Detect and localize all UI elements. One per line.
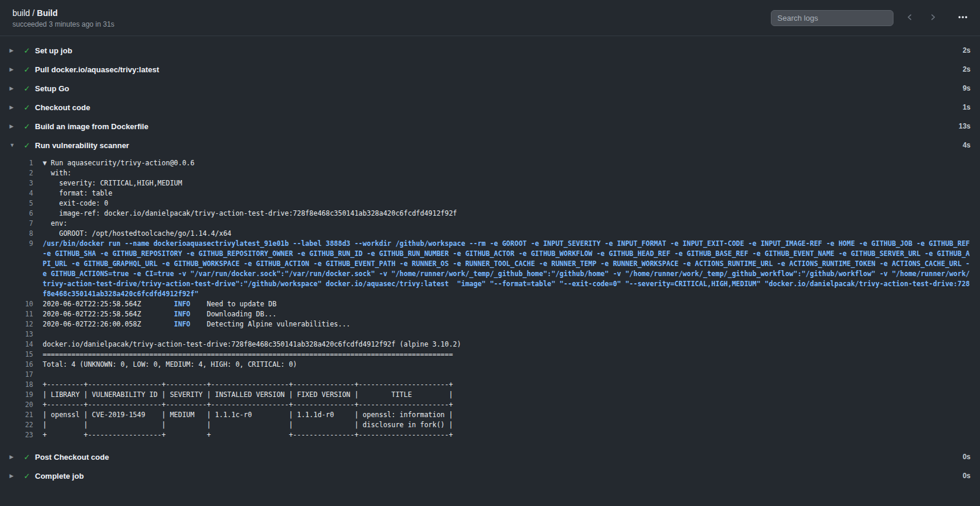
- log-text: Detecting Alpine vulnerabilities...: [190, 320, 350, 328]
- log-line-number[interactable]: 10: [0, 299, 33, 309]
- log-line-text: 2020-06-02T22:26:00.058Z INFO Detecting …: [33, 319, 980, 329]
- log-text: 2020-06-02T22:25:58.564Z: [43, 310, 174, 318]
- chevron-right-icon[interactable]: ▶: [9, 123, 24, 129]
- log-line-number[interactable]: 15: [0, 350, 33, 360]
- chevron-down-icon[interactable]: ▼: [9, 142, 24, 148]
- step-duration: 9s: [963, 84, 971, 92]
- search-input[interactable]: [771, 10, 893, 26]
- log-text: env:: [43, 219, 68, 228]
- log-line-text: 2020-06-02T22:25:58.564Z INFO Downloadin…: [33, 309, 980, 319]
- log-line-text: env:: [33, 219, 980, 229]
- step-row[interactable]: ▶✓Setup Go9s: [0, 79, 980, 98]
- log-text: + +------------------+ + +--------------…: [43, 431, 453, 439]
- chevron-right-icon[interactable]: ▶: [9, 66, 24, 72]
- log-viewer-header: build / Build succeeded 3 minutes ago in…: [0, 0, 980, 36]
- log-line-text: severity: CRITICAL,HIGH,MEDIUM: [33, 178, 980, 188]
- chevron-right-icon[interactable]: ▶: [9, 454, 24, 460]
- log-line-number[interactable]: 2: [0, 168, 33, 178]
- search-prev-button[interactable]: [902, 10, 917, 25]
- step-name[interactable]: Complete job: [34, 472, 84, 481]
- step-row[interactable]: ▶✓Build an image from Dockerfile13s: [0, 117, 980, 136]
- log-line-number[interactable]: 3: [0, 178, 33, 188]
- log-line: 1▼ Run aquasecurity/trivy-action@0.0.6: [0, 158, 980, 168]
- log-line-text: 2020-06-02T22:25:58.564Z INFO Need to up…: [33, 299, 980, 309]
- log-line-text: /usr/bin/docker run --name dockerioaquas…: [33, 239, 980, 299]
- log-line-number[interactable]: 7: [0, 219, 33, 229]
- log-line-number[interactable]: 23: [0, 430, 33, 440]
- log-text: 2020-06-02T22:26:00.058Z: [43, 320, 174, 328]
- step-name[interactable]: Checkout code: [34, 103, 90, 112]
- step-name[interactable]: Build an image from Dockerfile: [34, 122, 148, 131]
- log-line-text: | openssl | CVE-2019-1549 | MEDIUM | 1.1…: [33, 410, 980, 420]
- log-line-text: [33, 370, 980, 380]
- chevron-right-icon[interactable]: ▶: [9, 47, 24, 53]
- log-line-number[interactable]: 8: [0, 229, 33, 239]
- success-check-icon: ✓: [24, 46, 34, 55]
- step-row[interactable]: ▶✓Pull docker.io/aquasec/trivy:latest2s: [0, 60, 980, 79]
- log-line-text: exit-code: 0: [33, 198, 980, 209]
- success-check-icon: ✓: [24, 141, 34, 150]
- step-name[interactable]: Run vulnerability scanner: [34, 141, 129, 150]
- log-line-text: image-ref: docker.io/danielpacak/trivy-a…: [33, 209, 980, 219]
- log-line: 16Total: 4 (UNKNOWN: 0, LOW: 0, MEDIUM: …: [0, 360, 980, 370]
- log-text: | | | | | | disclosure in fork() |: [43, 421, 453, 429]
- step-row[interactable]: ▼✓Run vulnerability scanner4s: [0, 136, 980, 155]
- log-line-number[interactable]: 14: [0, 340, 33, 350]
- log-line-text: GOROOT: /opt/hostedtoolcache/go/1.14.4/x…: [33, 229, 980, 239]
- step-duration: 13s: [959, 122, 971, 130]
- log-text: +---------+------------------+----------…: [43, 380, 453, 389]
- log-line: 19| LIBRARY | VULNERABILITY ID | SEVERIT…: [0, 390, 980, 400]
- log-line-number[interactable]: 12: [0, 319, 33, 329]
- log-line-number[interactable]: 16: [0, 360, 33, 370]
- group-expander-icon: ▼: [43, 159, 51, 167]
- step-name[interactable]: Setup Go: [34, 84, 69, 93]
- log-line-text: format: table: [33, 188, 980, 198]
- log-line: 4 format: table: [0, 188, 980, 198]
- step-row[interactable]: ▶✓Post Checkout code0s: [0, 447, 980, 466]
- log-line-text: +---------+------------------+----------…: [33, 380, 980, 390]
- log-line: 2 with:: [0, 168, 980, 178]
- log-line-text: [33, 329, 980, 340]
- log-line: 20+---------+------------------+--------…: [0, 400, 980, 410]
- step-name[interactable]: Set up job: [34, 46, 72, 55]
- log-settings-button[interactable]: [955, 10, 971, 25]
- breadcrumb: build / Build: [12, 8, 771, 18]
- log-line-number[interactable]: 19: [0, 390, 33, 400]
- chevron-left-icon: [905, 13, 914, 23]
- log-text: Total: 4 (UNKNOWN: 0, LOW: 0, MEDIUM: 4,…: [43, 360, 297, 369]
- log-line-number[interactable]: 4: [0, 188, 33, 198]
- log-line-number[interactable]: 9: [0, 239, 33, 299]
- log-text: ========================================…: [43, 350, 453, 358]
- chevron-right-icon[interactable]: ▶: [9, 85, 24, 91]
- log-text: +---------+------------------+----------…: [43, 401, 453, 409]
- log-line-number[interactable]: 17: [0, 370, 33, 380]
- log-line-number[interactable]: 5: [0, 198, 33, 209]
- log-line: 21| openssl | CVE-2019-1549 | MEDIUM | 1…: [0, 410, 980, 420]
- log-line-number[interactable]: 13: [0, 329, 33, 340]
- log-line-number[interactable]: 21: [0, 410, 33, 420]
- log-info-badge: INFO: [174, 310, 191, 318]
- step-duration: 2s: [963, 46, 971, 55]
- log-line: 3 severity: CRITICAL,HIGH,MEDIUM: [0, 178, 980, 188]
- log-line-number[interactable]: 18: [0, 380, 33, 390]
- log-line: 23+ +------------------+ + +------------…: [0, 430, 980, 440]
- chevron-right-icon[interactable]: ▶: [9, 473, 24, 479]
- chevron-right-icon[interactable]: ▶: [9, 104, 24, 110]
- log-line-number[interactable]: 11: [0, 309, 33, 319]
- steps-list: ▶✓Set up job2s▶✓Pull docker.io/aquasec/t…: [0, 36, 980, 485]
- step-name[interactable]: Pull docker.io/aquasec/trivy:latest: [34, 65, 159, 74]
- log-line: 8 GOROOT: /opt/hostedtoolcache/go/1.14.4…: [0, 229, 980, 239]
- step-name[interactable]: Post Checkout code: [34, 453, 109, 462]
- log-line-number[interactable]: 1: [0, 158, 33, 168]
- log-text: format: table: [43, 189, 113, 197]
- log-line-number[interactable]: 20: [0, 400, 33, 410]
- log-line-number[interactable]: 6: [0, 209, 33, 219]
- step-duration: 2s: [963, 65, 971, 73]
- step-row[interactable]: ▶✓Set up job2s: [0, 41, 980, 60]
- step-row[interactable]: ▶✓Checkout code1s: [0, 98, 980, 117]
- log-line-number[interactable]: 22: [0, 420, 33, 430]
- step-row[interactable]: ▶✓Complete job0s: [0, 466, 980, 485]
- search-next-button[interactable]: [925, 10, 941, 25]
- log-text: exit-code: 0: [43, 199, 108, 207]
- log-line-text: ▼ Run aquasecurity/trivy-action@0.0.6: [33, 158, 980, 168]
